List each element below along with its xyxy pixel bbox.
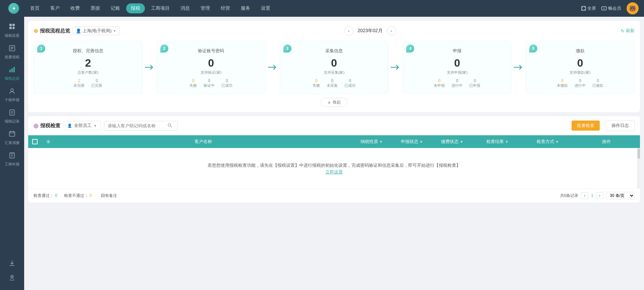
location-selector[interactable]: 👤 上海(电子税局) ▼	[73, 26, 119, 35]
month-display: 2023年02月	[358, 28, 383, 34]
nav-settings[interactable]: 设置	[256, 3, 275, 13]
op-log-button[interactable]: 操作日志	[606, 120, 635, 131]
filter-icon-3[interactable]: ▼	[460, 140, 463, 144]
filter-icon-5[interactable]: ▼	[555, 140, 559, 144]
nav-accounting[interactable]: 记账	[106, 3, 125, 13]
has-note: 囧有备注	[101, 193, 117, 199]
step-card-3: 3 采集信息 0 支持采集(家) 0 失败 0 未采集	[280, 41, 389, 94]
annual-settlement-icon	[9, 131, 15, 139]
sidebar-item-individual-tax[interactable]: 个税申报	[0, 84, 24, 106]
sidebar-bottom	[7, 257, 17, 290]
next-page-btn[interactable]: ›	[596, 192, 603, 199]
per-page-select[interactable]: 30 条/页 50 条/页 100 条/页	[606, 192, 635, 199]
nav-service[interactable]: 服务	[236, 3, 255, 13]
th-payment-status: 缴费状态 ▼	[432, 135, 472, 148]
table-header: 客户名称 纳税性质 ▼ 申报状态 ▼ 缴费状态 ▼ 检查结果 ▼	[28, 135, 640, 148]
batch-check-button[interactable]: 批量检查	[572, 121, 600, 131]
th-check-method: 检查方式 ▼	[523, 135, 573, 148]
sidebar-item-tax-overview[interactable]: 报税总览	[0, 63, 24, 84]
step1-stat-1[interactable]: 2 未完善	[73, 78, 85, 88]
step2-stat-3[interactable]: 0 已成功	[221, 78, 232, 88]
svg-point-28	[12, 276, 13, 277]
svg-line-30	[170, 126, 171, 127]
step-count-4: 0	[408, 57, 506, 69]
select-all-checkbox[interactable]	[32, 139, 38, 144]
svg-rect-0	[582, 6, 586, 10]
nav-fee[interactable]: 收费	[66, 3, 85, 13]
fullscreen-btn[interactable]: 全屏	[581, 5, 596, 11]
step3-stat-3[interactable]: 0 已成功	[344, 78, 356, 88]
sidebar-item-batch-tax[interactable]: 批量报税	[0, 42, 24, 63]
nav-menu: 首页 客户 收费 票据 记账 报税 工商项目 消息 管理 经营 服务 设置	[25, 3, 581, 13]
step-card-4: 4 申报 0 支持申报(家) 0 未申报 0 进行中	[402, 41, 512, 94]
step3-stat-1[interactable]: 0 失败	[313, 78, 320, 88]
nav-invoice[interactable]: 票据	[86, 3, 105, 13]
nav-customer[interactable]: 客户	[46, 3, 64, 13]
fail-count[interactable]: 0	[90, 193, 92, 198]
step5-stat-1[interactable]: 0 未缴款	[557, 78, 568, 88]
pass-count[interactable]: 0	[55, 193, 57, 198]
svg-rect-12	[11, 68, 13, 72]
step-stats-4: 0 未申报 0 进行中 0 已申报	[408, 78, 506, 88]
th-report-status: 申报状态 ▼	[392, 135, 432, 148]
sidebar-item-download[interactable]	[7, 257, 17, 271]
search-input[interactable]	[104, 122, 165, 130]
nav-business[interactable]: 工商项目	[146, 3, 174, 13]
nav-home[interactable]: 首页	[25, 3, 44, 13]
step5-stat-3[interactable]: 0 已缴款	[592, 78, 603, 88]
svg-point-29	[168, 124, 171, 126]
sidebar-item-business-annual[interactable]: 工商年报	[0, 149, 24, 170]
location-person-icon: 👤	[76, 28, 81, 33]
refresh-btn[interactable]: ↻ 刷新	[621, 28, 635, 34]
sidebar-item-tax-records[interactable]: 报税记录	[0, 106, 24, 127]
search-button[interactable]	[165, 121, 175, 130]
filter-icon-1[interactable]: ▼	[379, 140, 383, 144]
search-box	[104, 121, 178, 131]
setup-link[interactable]: 立即设置	[325, 169, 343, 175]
svg-rect-19	[9, 132, 15, 136]
step-stats-1: 2 未完善 0 已完善	[39, 78, 137, 88]
arrow-3	[388, 63, 402, 71]
step-subtitle-5: 支持缴款(家)	[531, 70, 629, 75]
collapse-icon: ∧	[328, 100, 331, 105]
step-number-5: 5	[529, 45, 537, 53]
overview-title: ⊕ 报税流程总览	[34, 28, 70, 34]
step4-stat-1[interactable]: 0 未申报	[434, 78, 445, 88]
step2-stat-2[interactable]: 0 验证中	[204, 78, 215, 88]
next-month-btn[interactable]: ›	[387, 26, 396, 35]
nav-tax[interactable]: 报税	[126, 3, 145, 13]
download-icon	[9, 260, 15, 267]
step4-stat-3[interactable]: 0 已申报	[469, 78, 480, 88]
th-checkbox-col	[28, 136, 42, 148]
nav-operation[interactable]: 经营	[216, 3, 235, 13]
collapse-btn[interactable]: ∧ 收起	[321, 98, 348, 107]
employee-selector[interactable]: 👤 全部员工 ▼	[64, 121, 101, 130]
sidebar-item-location[interactable]	[7, 271, 17, 285]
steps-row: 1 授权、完善信息 2 总客户数(家) 2 未完善 0 已完善	[34, 41, 635, 94]
arrow-4	[512, 63, 526, 71]
step5-stat-2[interactable]: 0 进行中	[575, 78, 586, 88]
top-navigation: ✦ 首页 客户 收费 票据 记账 报税 工商项目 消息 管理 经营 服务 设置 …	[0, 0, 644, 17]
filter-icon-2[interactable]: ▼	[420, 140, 423, 144]
refresh-icon: ↻	[621, 28, 625, 33]
location-icon	[9, 274, 15, 281]
nav-management[interactable]: 管理	[196, 3, 215, 13]
filter-icon-4[interactable]: ▼	[505, 140, 508, 144]
tax-records-icon	[9, 109, 15, 118]
nav-message[interactable]: 消息	[176, 3, 195, 13]
logo-icon: ✦	[8, 3, 19, 14]
prev-month-btn[interactable]: ‹	[344, 26, 354, 35]
step1-stat-2[interactable]: 0 已完善	[91, 78, 102, 88]
step-title-3: 采集信息	[285, 48, 383, 54]
business-annual-icon	[9, 152, 15, 160]
sidebar-item-tax-settings[interactable]: 报税设置	[0, 19, 24, 42]
prev-page-btn[interactable]: ‹	[581, 192, 588, 199]
step2-stat-1[interactable]: 0 失败	[190, 78, 197, 88]
step3-stat-2[interactable]: 0 未采集	[327, 78, 338, 88]
logo: ✦	[5, 3, 22, 14]
sidebar-item-annual-settlement[interactable]: 汇算清缴	[0, 127, 24, 149]
member-btn[interactable]: 畅会员	[601, 5, 621, 11]
step-count-5: 0	[531, 57, 629, 69]
step4-stat-2[interactable]: 0 进行中	[451, 78, 463, 88]
month-navigation: ‹ 2023年02月 ›	[344, 26, 396, 35]
